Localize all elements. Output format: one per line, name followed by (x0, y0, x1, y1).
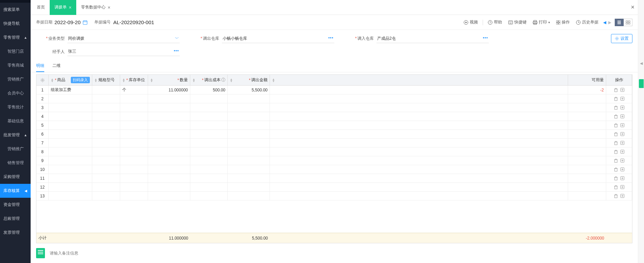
sidebar-item-5[interactable]: 营销推广 (0, 72, 31, 86)
add-row-icon[interactable] (620, 185, 625, 189)
tab-0[interactable]: 首页 (32, 0, 50, 15)
sidebar-item-6[interactable]: 会员中心 (0, 86, 31, 100)
out-warehouse-select[interactable]: 小畅小畅仓库••• (222, 34, 334, 43)
handler-select[interactable]: 张三••• (67, 47, 180, 56)
col-unit[interactable]: ▲▼*库存单位 (120, 75, 148, 85)
add-row-icon[interactable] (620, 167, 625, 172)
add-row-icon[interactable] (620, 114, 625, 119)
settings-button[interactable]: 设置 (611, 34, 632, 43)
svg-point-29 (42, 79, 43, 81)
sidebar-item-11[interactable]: 销售管理 (0, 156, 31, 170)
remarks-input[interactable] (50, 251, 632, 256)
col-available[interactable]: 可用量 (568, 75, 606, 85)
table-row[interactable]: 5 (36, 121, 632, 130)
sidebar-item-7[interactable]: 零售统计 (0, 100, 31, 114)
note-icon[interactable] (36, 248, 45, 258)
delete-row-icon[interactable] (614, 132, 618, 136)
table-row[interactable]: 10 (36, 165, 632, 174)
delete-row-icon[interactable] (614, 158, 618, 163)
video-button[interactable]: 视频 (462, 18, 479, 26)
delete-row-icon[interactable] (614, 185, 618, 189)
right-action-button[interactable] (639, 79, 644, 88)
table-row[interactable]: 4 (36, 112, 632, 121)
delete-row-icon[interactable] (614, 123, 618, 127)
col-qty[interactable]: ▲▼*数量 (148, 75, 190, 85)
sidebar-item-4[interactable]: 零售商城 (0, 58, 31, 72)
grid-settings-icon[interactable] (36, 75, 49, 85)
delete-row-icon[interactable] (614, 150, 618, 154)
delete-row-icon[interactable] (614, 97, 618, 101)
sidebar-item-16[interactable]: 发票管理 (0, 226, 31, 240)
close-all-tabs-icon[interactable]: × (631, 4, 634, 11)
tab-1[interactable]: 调拨单× (50, 0, 76, 15)
sidebar-item-label: 总账管理 (3, 216, 20, 222)
delete-row-icon[interactable] (614, 141, 618, 145)
next-doc-icon[interactable]: ▶ (608, 20, 611, 25)
col-product[interactable]: ▲▼*商品扫码录入 (49, 75, 92, 85)
add-row-icon[interactable] (620, 176, 625, 180)
add-row-icon[interactable] (620, 123, 625, 127)
col-amount[interactable]: ▲▼*调出金额 (228, 75, 270, 85)
add-row-icon[interactable] (620, 105, 625, 110)
shortcut-button[interactable]: 快捷键 (507, 18, 528, 26)
inner-tab-0[interactable]: 明细 (36, 60, 44, 72)
delete-row-icon[interactable] (614, 105, 618, 110)
sidebar-item-label: 搜索菜单 (3, 7, 20, 13)
sidebar-item-3[interactable]: 智慧门店 (0, 45, 31, 58)
sidebar-item-10[interactable]: 营销推广 (0, 142, 31, 156)
table-row[interactable]: 8 (36, 147, 632, 156)
inner-tab-1[interactable]: 二维 (52, 60, 61, 72)
add-row-icon[interactable] (620, 97, 625, 101)
delete-row-icon[interactable] (614, 194, 618, 198)
calendar-icon[interactable] (83, 20, 87, 25)
delete-row-icon[interactable] (614, 167, 618, 172)
close-icon[interactable]: × (69, 5, 71, 10)
col-spec[interactable]: ▲▼规格型号 (92, 75, 120, 85)
delete-row-icon[interactable] (614, 176, 618, 180)
operate-button[interactable]: 操作 (555, 18, 571, 26)
biz-type-select[interactable]: 同价调拨﹀ (67, 34, 180, 43)
sidebar-item-2[interactable]: 零售管理▲ (0, 31, 31, 45)
tab-2[interactable]: 零售数据中心× (76, 0, 115, 15)
remarks-row (31, 243, 638, 263)
help-button[interactable]: ?帮助 (486, 18, 503, 26)
add-row-icon[interactable] (620, 150, 625, 154)
close-icon[interactable]: × (108, 5, 110, 10)
scan-input-button[interactable]: 扫码录入 (71, 77, 90, 83)
add-row-icon[interactable] (620, 132, 625, 136)
add-row-icon[interactable] (620, 141, 625, 145)
add-row-icon[interactable] (620, 194, 625, 198)
sidebar-item-1[interactable]: 快捷导航 (0, 17, 31, 31)
table-row[interactable]: 11 (36, 174, 632, 183)
doc-date[interactable]: 2022-09-20 (54, 19, 81, 25)
sidebar-item-9[interactable]: 批发管理▲ (0, 128, 31, 142)
sidebar-item-13[interactable]: 库存核算◀ (0, 184, 31, 198)
print-button[interactable]: 打印▾ (531, 18, 551, 26)
table-row[interactable]: 2 (36, 94, 632, 103)
info-icon[interactable]: ⓘ (221, 77, 225, 83)
table-row[interactable]: 9 (36, 156, 632, 165)
prev-doc-icon[interactable]: ◀ (603, 20, 606, 25)
collapse-right-icon[interactable]: ◀ (640, 61, 643, 66)
table-row[interactable]: 13 (36, 192, 632, 200)
sidebar-item-15[interactable]: 总账管理 (0, 212, 31, 226)
sidebar-item-12[interactable]: 采购管理 (0, 170, 31, 184)
table-row[interactable]: 7 (36, 139, 632, 147)
add-row-icon[interactable] (620, 88, 625, 92)
delete-row-icon[interactable] (614, 114, 618, 119)
table-row[interactable]: 6 (36, 130, 632, 139)
delete-row-icon[interactable] (614, 88, 618, 92)
add-row-icon[interactable] (620, 158, 625, 163)
sidebar-item-0[interactable]: 搜索菜单 (0, 3, 31, 17)
history-button[interactable]: 历史单据 (575, 18, 600, 26)
in-warehouse-select[interactable]: 产成品2仓••• (376, 34, 489, 43)
view-card-toggle[interactable] (624, 19, 632, 26)
table-row[interactable]: 12 (36, 183, 632, 192)
table-row[interactable]: 1组装加工费个11.000000500.005,500.00-2 (36, 86, 632, 94)
view-list-toggle[interactable] (615, 19, 624, 26)
sidebar-item-14[interactable]: 资金管理 (0, 198, 31, 212)
field-out-warehouse: *调出仓库 小畅小畅仓库••• (191, 34, 334, 43)
table-row[interactable]: 3 (36, 103, 632, 112)
col-cost[interactable]: ▲▼*调出成本ⓘ (190, 75, 228, 85)
sidebar-item-8[interactable]: 基础信息 (0, 114, 31, 128)
